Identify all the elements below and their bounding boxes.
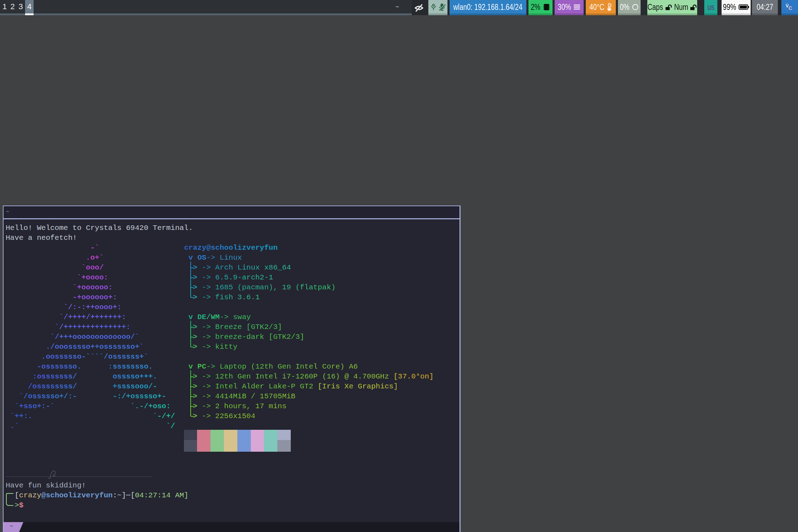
svg-text:C: C: [788, 5, 792, 11]
